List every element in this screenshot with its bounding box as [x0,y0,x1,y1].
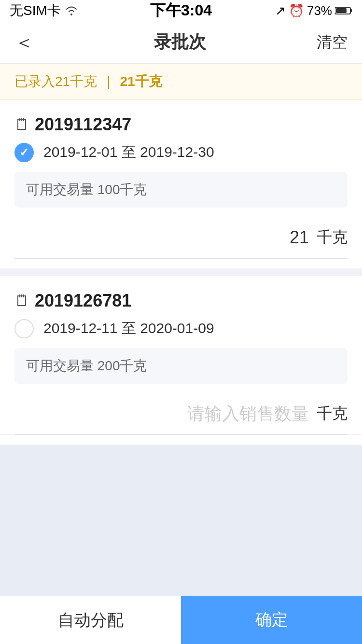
status-carrier: 无SIM卡 [10,1,78,20]
page-title: 录批次 [154,30,206,54]
banner-divider: | [107,74,110,89]
card-spacer [0,268,362,276]
batch-card-1: 🗒 2019112347 2019-12-01 至 2019-12-30 可用交… [0,100,362,268]
wifi-icon [65,5,78,16]
back-button[interactable]: ＜ [14,29,43,56]
batch-id-row-1: 🗒 2019112347 [14,114,348,135]
recorded-label: 已录入21千克 [14,72,97,91]
batch-date-2: 2019-12-11 至 2020-01-09 [43,319,214,338]
info-banner: 已录入21千克 | 21千克 [0,64,362,100]
input-underline-2 [14,434,348,435]
battery-icon [335,6,352,15]
svg-rect-2 [350,9,352,12]
battery-text: 73% [307,3,332,18]
doc-icon-1: 🗒 [14,116,30,134]
batch-date-row-1[interactable]: 2019-12-01 至 2019-12-30 [14,142,348,162]
clear-button[interactable]: 清空 [317,32,348,53]
batch-input-2[interactable] [14,404,309,424]
nav-bar: ＜ 录批次 清空 [0,21,362,64]
recorded-value: 21千克 [120,72,162,91]
batch-unit-1: 千克 [317,227,348,248]
location-icon: ↗ [275,3,286,18]
svg-rect-3 [336,8,347,13]
doc-icon-2: 🗒 [14,292,30,310]
svg-point-0 [70,14,72,15]
batch-unit-2: 千克 [317,403,348,424]
confirm-button[interactable]: 确定 [181,596,362,644]
alarm-icon: ⏰ [289,3,304,18]
input-underline-1 [14,258,348,259]
carrier-text: 无SIM卡 [10,1,61,20]
status-bar: 无SIM卡 下午3:04 ↗ ⏰ 73% [0,0,362,21]
auto-distribute-button[interactable]: 自动分配 [0,596,181,644]
batch-date-row-2[interactable]: 2019-12-11 至 2020-01-09 [14,319,348,338]
bottom-bar: 自动分配 确定 [0,596,362,644]
status-time: 下午3:04 [150,0,212,21]
batch-input-row-2: 千克 [0,393,362,434]
batch-qty-2: 可用交易量 200千克 [14,348,348,384]
status-indicators: ↗ ⏰ 73% [275,3,352,18]
batch-card-2: 🗒 2019126781 2019-12-11 至 2020-01-09 可用交… [0,276,362,445]
batch-id-row-2: 🗒 2019126781 [14,291,348,311]
batch-radio-2[interactable] [14,319,34,338]
batch-radio-1[interactable] [14,143,34,162]
batch-qty-1: 可用交易量 100千克 [14,172,348,208]
batch-value-1: 21 [290,227,309,248]
batch-date-1: 2019-12-01 至 2019-12-30 [43,142,214,162]
batch-id-1: 2019112347 [35,114,131,135]
batch-input-row-1: 21 千克 [0,217,362,258]
batch-id-2: 2019126781 [35,291,131,311]
